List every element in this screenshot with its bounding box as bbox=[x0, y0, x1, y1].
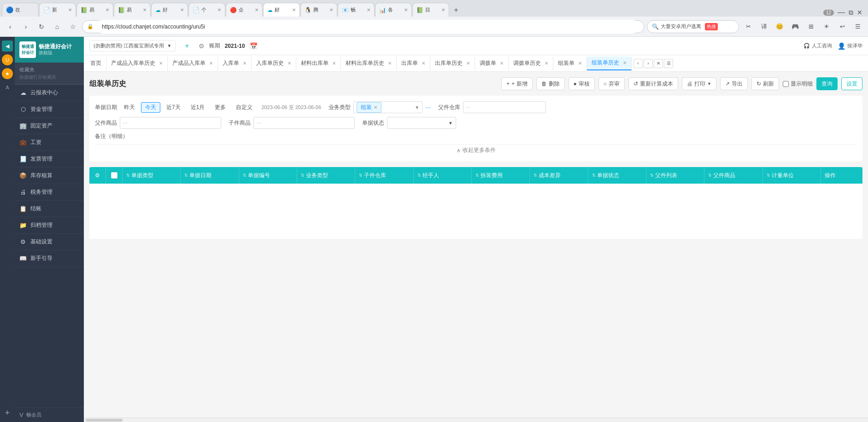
th-bill-status[interactable]: ⇅ 单据状态 bbox=[588, 167, 646, 184]
back-button[interactable]: ‹ bbox=[4, 20, 17, 33]
window-close[interactable]: ✕ bbox=[857, 9, 862, 16]
nav-archive[interactable]: 📁 归档管理 bbox=[15, 217, 84, 234]
allot-hist-close[interactable]: ✕ bbox=[545, 61, 548, 66]
prod-in-hist-close[interactable]: ✕ bbox=[159, 61, 163, 66]
tab-close-7[interactable]: ✕ bbox=[255, 7, 258, 12]
th-unit[interactable]: ⇅ 计量单位 bbox=[763, 167, 821, 184]
th-child-warehouse[interactable]: ⇅ 子件仓库 bbox=[355, 167, 413, 184]
service-btn[interactable]: 🎧 人工咨询 bbox=[803, 42, 832, 49]
tab-close-8[interactable]: ✕ bbox=[292, 7, 296, 12]
page-tab-outbound[interactable]: 出库单 ✕ bbox=[397, 57, 430, 70]
emoji-tool[interactable]: 😊 bbox=[773, 20, 786, 33]
mat-out-hist-close[interactable]: ✕ bbox=[388, 61, 392, 66]
new-tab-button[interactable]: + bbox=[450, 4, 463, 17]
biz-type-tag-remove[interactable]: ✕ bbox=[374, 105, 377, 110]
page-tab-assemble-hist[interactable]: 组装单历史 ✕ bbox=[587, 57, 632, 70]
browser-tab-1[interactable]: 🔵 在 bbox=[2, 3, 39, 17]
user-info[interactable]: 👤 徐泽华 bbox=[838, 42, 862, 50]
outbound-close[interactable]: ✕ bbox=[422, 61, 425, 66]
nav-cloud-report[interactable]: ☁ 云报表中心 bbox=[15, 85, 84, 101]
browser-tab-3[interactable]: 📗 易 ✕ bbox=[76, 3, 113, 17]
abandon-btn[interactable]: ○ 弃审 bbox=[598, 77, 625, 90]
strip-icon-add[interactable]: + bbox=[2, 407, 13, 418]
bill-status-select[interactable]: ▼ bbox=[387, 117, 456, 129]
strip-icon-2[interactable]: U bbox=[2, 54, 13, 65]
page-tab-prod-in-hist[interactable]: 产成品入库单历史 ✕ bbox=[106, 57, 168, 70]
audit-btn[interactable]: ● 审核 bbox=[569, 77, 595, 90]
recalc-btn[interactable]: ↺ 重新计算成本 bbox=[628, 77, 678, 90]
inbound-close[interactable]: ✕ bbox=[243, 61, 246, 66]
nav-guide[interactable]: 📖 新手引导 bbox=[15, 250, 84, 267]
assemble-hist-close[interactable]: ✕ bbox=[623, 60, 627, 65]
tab-close-11[interactable]: ✕ bbox=[404, 7, 408, 12]
allot-close[interactable]: ✕ bbox=[500, 61, 504, 66]
browser-tab-6[interactable]: 📄 个 ✕ bbox=[188, 3, 225, 17]
date-btn-7days[interactable]: 近7天 bbox=[162, 102, 185, 113]
assemble-close[interactable]: ✕ bbox=[578, 61, 582, 66]
th-settings[interactable]: ⚙ bbox=[89, 167, 106, 184]
th-checkbox[interactable] bbox=[106, 167, 123, 184]
tab-prev-arrow[interactable]: ‹ bbox=[633, 59, 643, 68]
page-tab-home[interactable]: 首页 bbox=[86, 57, 106, 70]
member-btn[interactable]: V 畅会员 bbox=[19, 411, 79, 418]
browser-tab-9[interactable]: 🐧 腾 ✕ bbox=[300, 3, 337, 17]
print-btn[interactable]: 🖨 打印 ▼ bbox=[682, 77, 716, 90]
forward-button[interactable]: › bbox=[19, 20, 32, 33]
browser-tab-12[interactable]: 📗 目 ✕ bbox=[412, 3, 449, 17]
browser-tab-11[interactable]: 📊 各 ✕ bbox=[375, 3, 412, 17]
nav-invoice[interactable]: 🧾 发票管理 bbox=[15, 151, 84, 168]
nav-inventory[interactable]: 📦 库存核算 bbox=[15, 168, 84, 184]
grid-tool[interactable]: ⊞ bbox=[804, 20, 817, 33]
biz-type-dropdown-icon[interactable]: ▼ bbox=[415, 105, 419, 110]
th-parent-goods[interactable]: ⇅ 父件商品 bbox=[704, 167, 762, 184]
page-tab-assemble[interactable]: 组装单 ✕ bbox=[553, 57, 587, 70]
tab-close-10[interactable]: ✕ bbox=[367, 7, 370, 12]
th-parent-list[interactable]: ⇅ 父件列表 bbox=[646, 167, 704, 184]
add-account-btn[interactable]: + bbox=[180, 40, 194, 52]
nav-capital[interactable]: ⬡ 资金管理 bbox=[15, 101, 84, 118]
menu-tool[interactable]: ☰ bbox=[851, 20, 864, 33]
strip-icon-4[interactable]: A bbox=[2, 82, 13, 93]
tab-close-4[interactable]: ✕ bbox=[143, 7, 147, 12]
nav-settings[interactable]: ⚙ 基础设置 bbox=[15, 234, 84, 250]
home-button[interactable]: ⌂ bbox=[51, 20, 64, 33]
game-tool[interactable]: 🎮 bbox=[789, 20, 802, 33]
nav-tax[interactable]: 🖨 税务管理 bbox=[15, 184, 84, 201]
page-tab-allot[interactable]: 调拨单 ✕ bbox=[475, 57, 509, 70]
settings-btn[interactable]: 设置 bbox=[841, 77, 862, 90]
browser-tab-5[interactable]: ☁ 好 ✕ bbox=[151, 3, 188, 17]
nav-assets[interactable]: 🏢 固定资产 bbox=[15, 118, 84, 134]
tab-close-5[interactable]: ✕ bbox=[180, 7, 184, 12]
page-tab-mat-out[interactable]: 材料出库单 ✕ bbox=[296, 57, 341, 70]
child-goods-input[interactable]: ··· bbox=[253, 117, 355, 129]
th-bill-type[interactable]: ⇅ 单据类型 bbox=[123, 167, 181, 184]
tab-close-2[interactable]: ✕ bbox=[68, 7, 72, 12]
show-detail-checkbox-container[interactable]: 显示明细 bbox=[783, 80, 813, 88]
refresh-nav-button[interactable]: ↻ bbox=[35, 20, 48, 33]
th-biz-type[interactable]: ⇅ 业务类型 bbox=[297, 167, 355, 184]
window-minimize[interactable]: — bbox=[838, 8, 845, 17]
delete-btn[interactable]: 🗑 删除 bbox=[536, 77, 565, 90]
browser-tab-2[interactable]: 📄 新 ✕ bbox=[39, 3, 76, 17]
strip-icon-1[interactable]: ◀ bbox=[2, 40, 13, 52]
th-disassemble-fee[interactable]: ⇅ 拆装费用 bbox=[472, 167, 530, 184]
browser-tab-10[interactable]: 📧 畅 ✕ bbox=[338, 3, 375, 17]
tab-close-all[interactable]: ✕ bbox=[654, 59, 663, 68]
tab-close-3[interactable]: ✕ bbox=[106, 7, 109, 12]
scroll-thumb[interactable] bbox=[86, 419, 123, 422]
undo-tool[interactable]: ↩ bbox=[836, 20, 849, 33]
prod-in-close[interactable]: ✕ bbox=[209, 61, 213, 66]
parent-warehouse-input[interactable]: ··· bbox=[463, 101, 546, 113]
refresh-btn[interactable]: ↻ 刷新 bbox=[751, 77, 779, 90]
strip-icon-3[interactable]: ★ bbox=[2, 68, 13, 79]
header-checkbox[interactable] bbox=[111, 172, 117, 179]
inbound-hist-close[interactable]: ✕ bbox=[287, 61, 291, 66]
calendar-icon[interactable]: 📅 bbox=[250, 42, 258, 50]
date-btn-more[interactable]: 更多 bbox=[211, 102, 230, 113]
horizontal-scrollbar[interactable] bbox=[84, 417, 868, 422]
page-tab-outbound-hist[interactable]: 出库单历史 ✕ bbox=[430, 57, 475, 70]
show-detail-checkbox[interactable] bbox=[783, 81, 789, 87]
query-btn[interactable]: 查询 bbox=[816, 77, 838, 90]
th-bill-no[interactable]: ⇅ 单据编号 bbox=[239, 167, 297, 184]
browser-tab-8[interactable]: ☁ 好 ✕ bbox=[263, 3, 300, 17]
